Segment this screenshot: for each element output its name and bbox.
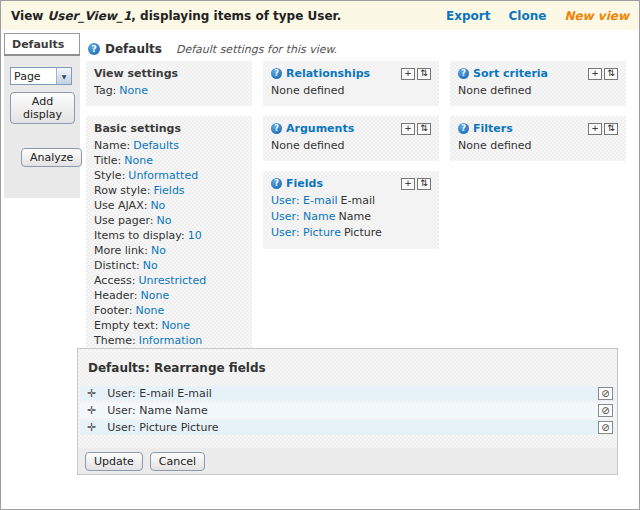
defaults-title: Defaults	[105, 42, 162, 56]
rearrange-icon[interactable]: ⇅	[417, 68, 431, 80]
fields-actions: + ⇅	[401, 178, 431, 190]
filters-actions: + ⇅	[588, 123, 618, 135]
rearrange-row-label: User: Picture Picture	[107, 421, 218, 434]
setting-label: Items to display:	[94, 229, 185, 242]
empty-text: None defined	[271, 83, 431, 98]
sort-criteria-title-link[interactable]: Sort criteria	[473, 67, 548, 80]
add-icon[interactable]: +	[588, 123, 602, 135]
setting-value-link[interactable]: Defaults	[133, 139, 179, 152]
drag-handle-icon[interactable]: ✛	[87, 388, 96, 399]
help-icon[interactable]: ?	[271, 68, 282, 79]
column-basic: View settings Tag:None Basic settings Na…	[86, 61, 252, 356]
field-label-suffix: Picture	[344, 226, 382, 239]
setting-label: Name:	[94, 139, 130, 152]
setting-row: Items to display:10	[94, 228, 244, 243]
export-link[interactable]: Export	[446, 9, 490, 23]
setting-row: Empty text:None	[94, 318, 244, 333]
display-type-select[interactable]: Page ▼	[10, 67, 72, 85]
chevron-down-icon: ▼	[56, 68, 71, 84]
help-icon[interactable]: ?	[271, 123, 282, 134]
setting-value-link[interactable]: No	[150, 199, 165, 212]
add-icon[interactable]: +	[401, 123, 415, 135]
field-item: User: NameName	[271, 209, 431, 225]
setting-row: Access:Unrestricted	[94, 273, 244, 288]
setting-value-link[interactable]: Fields	[153, 184, 184, 197]
sort-criteria-actions: + ⇅	[588, 68, 618, 80]
fields-title-link[interactable]: Fields	[286, 177, 323, 190]
rearrange-row[interactable]: ✛ User: Name Name ⊘	[80, 403, 615, 418]
setting-value-link[interactable]: None	[119, 84, 148, 97]
new-view-link[interactable]: New view	[564, 9, 629, 23]
setting-label: Distinct:	[94, 259, 140, 272]
display-sidebar: Defaults Page ▼ Add display Analyze	[4, 33, 80, 198]
setting-value-link[interactable]: Information	[139, 334, 203, 347]
help-icon[interactable]: ?	[458, 123, 469, 134]
remove-icon[interactable]: ⊘	[598, 404, 613, 417]
field-link[interactable]: User: Picture	[271, 226, 341, 239]
field-link[interactable]: User: E-mail	[271, 194, 338, 207]
basic-settings-box: Basic settings Name:Defaults Title:None …	[86, 116, 252, 356]
field-link[interactable]: User: Name	[271, 210, 336, 223]
drag-handle-icon[interactable]: ✛	[87, 422, 96, 433]
setting-value-link[interactable]: No	[143, 259, 158, 272]
fields-box: ? Fields + ⇅ User: E-mailE-mail User: Na…	[263, 171, 439, 249]
clone-link[interactable]: Clone	[509, 9, 547, 23]
filters-header: ? Filters + ⇅	[458, 122, 618, 135]
view-name: User_View_1	[48, 9, 132, 23]
setting-label: More link:	[94, 244, 148, 257]
filters-title-link[interactable]: Filters	[473, 122, 513, 135]
setting-row: Use pager:No	[94, 213, 244, 228]
setting-label: Tag:	[94, 84, 116, 97]
setting-row: Footer:None	[94, 303, 244, 318]
settings-columns: View settings Tag:None Basic settings Na…	[86, 61, 626, 356]
relationships-title-link[interactable]: Relationships	[286, 67, 370, 80]
rearrange-icon[interactable]: ⇅	[417, 178, 431, 190]
setting-row: Row style:Fields	[94, 183, 244, 198]
sort-criteria-header: ? Sort criteria + ⇅	[458, 67, 618, 80]
display-type-value: Page	[14, 70, 41, 83]
setting-value-link[interactable]: None	[124, 154, 153, 167]
setting-value-link[interactable]: None	[161, 319, 190, 332]
drag-handle-icon[interactable]: ✛	[87, 405, 96, 416]
setting-value-link[interactable]: No	[151, 244, 166, 257]
setting-row: Use AJAX:No	[94, 198, 244, 213]
rearrange-icon[interactable]: ⇅	[604, 68, 618, 80]
cancel-button[interactable]: Cancel	[150, 452, 205, 471]
setting-value-link[interactable]: Unformatted	[128, 169, 198, 182]
add-icon[interactable]: +	[401, 68, 415, 80]
setting-row: More link:No	[94, 243, 244, 258]
rearrange-icon[interactable]: ⇅	[417, 123, 431, 135]
analyze-button[interactable]: Analyze	[21, 148, 82, 167]
arguments-title-link[interactable]: Arguments	[286, 122, 354, 135]
setting-value-link[interactable]: None	[136, 304, 165, 317]
sort-criteria-box: ? Sort criteria + ⇅ None defined	[450, 61, 626, 106]
help-icon[interactable]: ?	[88, 43, 100, 55]
add-display-button[interactable]: Add display	[10, 92, 75, 124]
help-icon[interactable]: ?	[271, 178, 282, 189]
setting-label: Theme:	[94, 334, 136, 347]
relationships-box: ? Relationships + ⇅ None defined	[263, 61, 439, 106]
add-icon[interactable]: +	[401, 178, 415, 190]
view-description: View User_View_1, displaying items of ty…	[11, 9, 341, 23]
add-icon[interactable]: +	[588, 68, 602, 80]
update-button[interactable]: Update	[85, 452, 143, 471]
rearrange-row[interactable]: ✛ User: E-mail E-mail ⊘	[80, 386, 615, 401]
setting-value-link[interactable]: None	[141, 289, 170, 302]
remove-icon[interactable]: ⊘	[598, 387, 613, 400]
fields-header: ? Fields + ⇅	[271, 177, 431, 190]
help-icon[interactable]: ?	[458, 68, 469, 79]
setting-label: Use pager:	[94, 214, 154, 227]
column-middle: ? Relationships + ⇅ None defined ? Argum…	[263, 61, 439, 249]
view-actions: Export Clone New view	[446, 9, 629, 23]
remove-icon[interactable]: ⊘	[598, 421, 613, 434]
rearrange-icon[interactable]: ⇅	[604, 123, 618, 135]
defaults-heading: ? Defaults Default settings for this vie…	[88, 42, 337, 56]
tab-defaults[interactable]: Defaults	[4, 33, 80, 56]
rearrange-row[interactable]: ✛ User: Picture Picture ⊘	[80, 420, 615, 435]
setting-row: Theme:Information	[94, 333, 244, 348]
setting-value-link[interactable]: 10	[188, 229, 202, 242]
setting-row: Distinct:No	[94, 258, 244, 273]
setting-value-link[interactable]: Unrestricted	[138, 274, 206, 287]
setting-value-link[interactable]: No	[157, 214, 172, 227]
setting-label: Header:	[94, 289, 138, 302]
